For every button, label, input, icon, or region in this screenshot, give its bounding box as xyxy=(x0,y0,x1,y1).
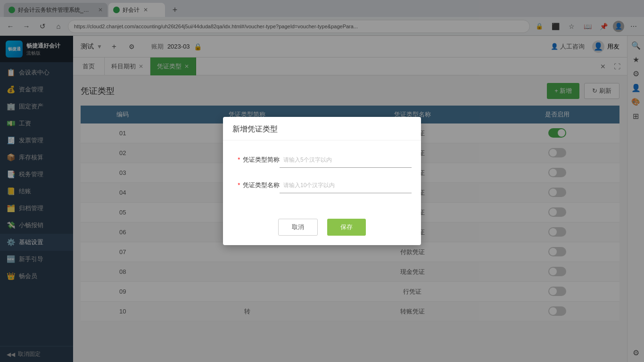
voucher-abbr-input[interactable] xyxy=(280,152,412,168)
form-row-name: * 凭证类型名称 xyxy=(232,177,412,193)
modal-footer: 取消 保存 xyxy=(223,214,421,245)
form-abbr-label: * 凭证类型简称 xyxy=(232,156,280,164)
modal-overlay: 新增凭证类型 * 凭证类型简称 * 凭证类型名称 取消 保存 xyxy=(0,0,644,362)
modal-dialog: 新增凭证类型 * 凭证类型简称 * 凭证类型名称 取消 保存 xyxy=(223,117,421,245)
modal-title: 新增凭证类型 xyxy=(232,125,278,133)
required-star-abbr: * xyxy=(238,156,240,163)
save-button[interactable]: 保存 xyxy=(327,219,366,236)
form-row-abbr: * 凭证类型简称 xyxy=(232,152,412,168)
cancel-button[interactable]: 取消 xyxy=(278,219,318,236)
required-star-name: * xyxy=(238,181,240,189)
form-name-label: * 凭证类型名称 xyxy=(232,181,280,189)
modal-header: 新增凭证类型 xyxy=(223,117,421,140)
voucher-name-input[interactable] xyxy=(280,177,412,193)
modal-body: * 凭证类型简称 * 凭证类型名称 xyxy=(223,140,421,214)
